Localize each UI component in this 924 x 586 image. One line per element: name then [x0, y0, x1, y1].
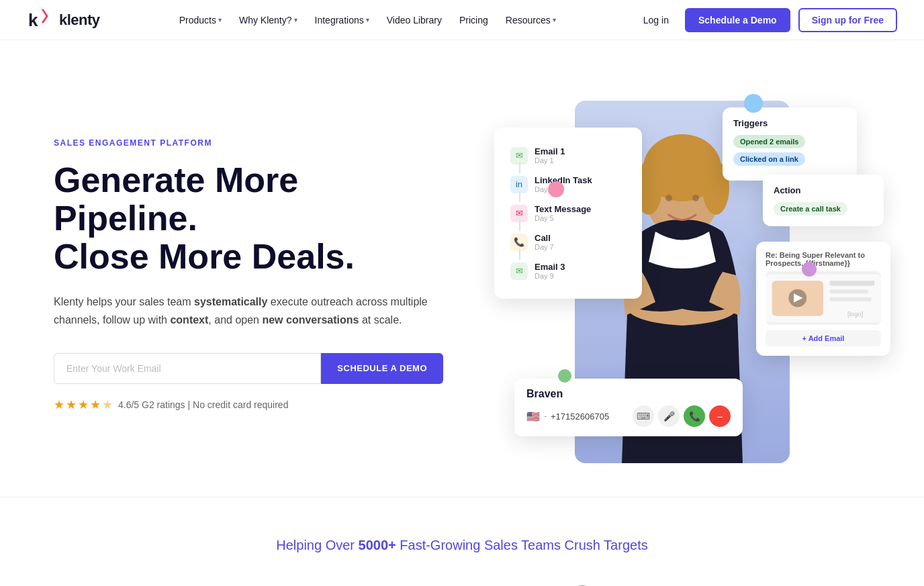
stars: ★ ★ ★ ★ ★: [54, 397, 113, 412]
dot-pink-decoration: [548, 181, 564, 197]
schedule-demo-button[interactable]: SCHEDULE A DEMO: [321, 353, 443, 384]
seq-label: Call: [535, 233, 554, 243]
dot-blue-decoration: [744, 94, 763, 113]
seq-day: Day 5: [535, 214, 591, 222]
triggers-panel: Triggers Opened 2 emails Clicked on a li…: [723, 107, 857, 181]
star-3: ★: [78, 397, 89, 412]
hero-subtitle: Klenty helps your sales team systematica…: [54, 293, 443, 329]
seq-day: Day 9: [535, 272, 565, 280]
call-action-icons: ⌨ 🎤 📞 –: [633, 405, 731, 427]
email-icon: ✉: [510, 262, 528, 280]
svg-rect-15: [830, 297, 872, 301]
rating-text: 4.6/5 G2 ratings | No credit card requir…: [118, 399, 288, 410]
star-1: ★: [54, 397, 64, 412]
login-button[interactable]: Log in: [635, 11, 677, 30]
nav-why-klenty[interactable]: Why Klenty? ▾: [232, 11, 304, 30]
accept-call-button[interactable]: 📞: [684, 405, 705, 427]
star-2: ★: [66, 397, 77, 412]
svg-point-8: [692, 195, 699, 201]
chevron-down-icon: ▾: [553, 16, 556, 23]
seq-label: Text Message: [535, 204, 591, 214]
dot-green-decoration: [558, 369, 571, 383]
chevron-down-icon: ▾: [294, 16, 297, 23]
star-4: ★: [90, 397, 101, 412]
phone-number: +17152606705: [551, 411, 609, 422]
hero-right: ✉ Email 1 Day 1 in LinkedIn Task Day 3 ✉: [443, 87, 870, 463]
seq-item-call: 📞 Call Day 7: [510, 228, 626, 256]
seq-label: LinkedIn Task: [535, 175, 592, 185]
nav-resources[interactable]: Resources ▾: [499, 11, 563, 30]
nav-video-library[interactable]: Video Library: [380, 11, 449, 30]
sms-icon: ✉: [510, 205, 528, 222]
svg-marker-1: [42, 9, 48, 22]
action-panel: Action Create a call task: [763, 175, 884, 226]
nav-pricing[interactable]: Pricing: [453, 11, 495, 30]
rating-row: ★ ★ ★ ★ ★ 4.6/5 G2 ratings | No credit c…: [54, 397, 443, 412]
seq-item-sms: ✉ Text Message Day 5: [510, 199, 626, 228]
navbar: k klenty Products ▾ Why Klenty? ▾ Integr…: [0, 0, 924, 40]
triggers-title: Triggers: [733, 118, 846, 128]
svg-rect-14: [830, 289, 868, 293]
call-info-row: 🇺🇸 - +17152606705 ⌨ 🎤 📞 –: [526, 405, 731, 427]
schedule-demo-nav-button[interactable]: Schedule a Demo: [685, 8, 790, 32]
seq-label: Email 1: [535, 146, 565, 156]
sequence-panel: ✉ Email 1 Day 1 in LinkedIn Task Day 3 ✉: [494, 128, 642, 299]
email-preview-image: [logo]: [766, 271, 881, 325]
hero-left: SALES ENGAGEMENT PLATFORM Generate More …: [54, 138, 443, 412]
dialpad-button[interactable]: ⌨: [633, 405, 654, 427]
trigger-badge-clicked: Clicked on a link: [733, 152, 805, 166]
logo-text: klenty: [59, 11, 100, 29]
call-icon: 📞: [510, 234, 528, 251]
email-form: SCHEDULE A DEMO: [54, 353, 443, 384]
svg-text:k: k: [28, 10, 38, 30]
email-preview-subject: Re: Being Super Relevant to Prospects. {…: [766, 251, 881, 267]
nav-links: Products ▾ Why Klenty? ▾ Integrations ▾ …: [173, 11, 563, 30]
seq-label: Email 3: [535, 262, 565, 272]
flag-icon: 🇺🇸: [526, 410, 540, 423]
end-call-button[interactable]: –: [709, 405, 731, 427]
email-preview-card: Re: Being Super Relevant to Prospects. {…: [756, 242, 890, 356]
seq-item-linkedin: in LinkedIn Task Day 3: [510, 170, 626, 199]
chevron-down-icon: ▾: [366, 16, 369, 23]
hero-section: SALES ENGAGEMENT PLATFORM Generate More …: [0, 40, 924, 497]
svg-text:[logo]: [logo]: [847, 309, 863, 317]
action-title: Action: [774, 185, 873, 195]
hero-title: Generate More Pipeline. Close More Deals…: [54, 161, 443, 277]
nav-actions: Log in Schedule a Demo Sign up for Free: [635, 8, 897, 32]
mic-button[interactable]: 🎤: [658, 405, 680, 427]
nav-products[interactable]: Products ▾: [173, 11, 228, 30]
seq-day: Day 7: [535, 243, 554, 251]
phone-separator: -: [544, 411, 547, 421]
signup-button[interactable]: Sign up for Free: [798, 8, 897, 32]
caller-name: Braven: [526, 388, 731, 400]
seq-item-email1: ✉ Email 1 Day 1: [510, 141, 626, 170]
seq-item-email3: ✉ Email 3 Day 9: [510, 256, 626, 285]
email-icon: ✉: [510, 147, 528, 164]
social-proof-title: Helping Over 5000+ Fast-Growing Sales Te…: [54, 538, 870, 553]
social-proof-section: Helping Over 5000+ Fast-Growing Sales Te…: [0, 497, 924, 586]
call-card: Braven 🇺🇸 - +17152606705 ⌨ 🎤 📞 –: [514, 379, 743, 436]
action-badge: Create a call task: [774, 202, 847, 215]
star-half: ★: [102, 397, 113, 412]
svg-point-7: [665, 195, 672, 201]
chevron-down-icon: ▾: [218, 16, 222, 23]
hero-visual: ✉ Email 1 Day 1 in LinkedIn Task Day 3 ✉: [494, 87, 870, 463]
hero-badge: SALES ENGAGEMENT PLATFORM: [54, 138, 443, 148]
dot-purple-decoration: [802, 262, 817, 277]
logo[interactable]: k klenty: [27, 6, 100, 34]
email-input[interactable]: [54, 353, 321, 384]
seq-day: Day 1: [535, 156, 565, 164]
nav-integrations[interactable]: Integrations ▾: [308, 11, 376, 30]
svg-rect-13: [830, 281, 875, 286]
linkedin-icon: in: [510, 176, 528, 193]
trigger-badge-opened: Opened 2 emails: [733, 135, 805, 148]
add-email-button[interactable]: + Add Email: [766, 330, 881, 346]
